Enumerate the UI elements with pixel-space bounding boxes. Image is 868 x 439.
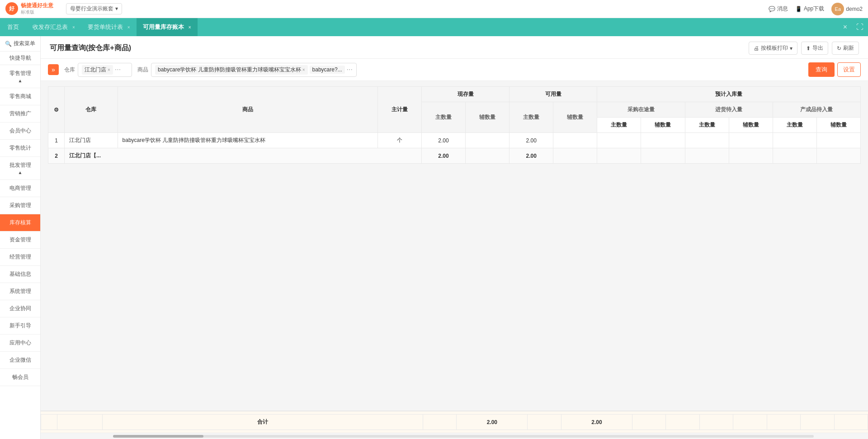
product-more-icon[interactable]: ··· bbox=[347, 66, 353, 74]
th-gp-aux: 辅数量 bbox=[729, 118, 773, 133]
top-bar-right: 💬 消息 📱 App下载 Ea demo2 bbox=[769, 3, 863, 15]
th-planned-in: 预计入库量 bbox=[597, 87, 861, 102]
footer-avail-main: 2.00 bbox=[561, 415, 632, 430]
group-avail-main: 2.00 bbox=[509, 148, 553, 164]
table-row: 1 江北门店 babycare学饮杯 儿童防摔防撞吸管杯重力球吸嘴杯宝宝水杯 个… bbox=[48, 133, 861, 148]
sidebar-nav-label: 快捷导航 bbox=[9, 55, 31, 61]
refresh-icon: ↻ bbox=[837, 45, 841, 52]
footer-empty1 bbox=[41, 415, 57, 430]
seq-cell: 1 bbox=[48, 133, 65, 148]
th-gp-main: 主数量 bbox=[685, 118, 729, 133]
sidebar-item-label: 会员中心 bbox=[9, 127, 31, 135]
user-menu[interactable]: Ea demo2 bbox=[831, 3, 863, 15]
group-avail-aux bbox=[553, 148, 597, 164]
tab-yaohuo-label: 要货单统计表 bbox=[88, 23, 123, 31]
sidebar-item-label: 企业协同 bbox=[9, 305, 31, 312]
stock-main-cell: 2.00 bbox=[421, 133, 465, 148]
export-icon: ⬆ bbox=[806, 45, 811, 52]
sidebar-item-enterprise[interactable]: 企业协同 bbox=[0, 300, 40, 317]
sidebar-search[interactable]: 🔍 搜索菜单 bbox=[0, 36, 40, 52]
group-seq: 2 bbox=[48, 148, 65, 164]
sidebar-item-app-center[interactable]: 应用中心 bbox=[0, 335, 40, 352]
group-stock-aux bbox=[466, 148, 509, 164]
refresh-button[interactable]: ↻ 刷新 bbox=[832, 42, 859, 55]
sidebar-item-basic-info[interactable]: 基础信息 bbox=[0, 266, 40, 283]
download-button[interactable]: 📱 App下载 bbox=[795, 5, 824, 13]
sidebar-item-purchase[interactable]: 采购管理 bbox=[0, 197, 40, 214]
expand-icon[interactable]: ⛶ bbox=[852, 23, 868, 31]
sidebar-item-retail-stats[interactable]: 零售统计 bbox=[0, 140, 40, 157]
tab-home[interactable]: 首页 bbox=[0, 18, 26, 36]
group-gp-aux bbox=[729, 148, 773, 164]
pt-main-cell bbox=[597, 133, 641, 148]
sidebar-item-label: 库存核算 bbox=[9, 219, 31, 227]
sidebar: 🔍 搜索菜单 快捷导航 零售管理 ▲ 零售商城 营销推广 会员中心 零售统计 批… bbox=[0, 36, 41, 439]
filter-toggle[interactable]: » bbox=[48, 64, 59, 75]
tab-keyongliang[interactable]: 可用量库存账本 × bbox=[137, 18, 198, 36]
print-button[interactable]: 🖨 按模板打印 ▾ bbox=[749, 42, 797, 55]
product-input[interactable]: babycare学饮杯 儿童防摔防撞吸管杯重力球吸嘴杯宝宝水杯 × babyca… bbox=[151, 63, 357, 77]
setting-button[interactable]: 设置 bbox=[837, 62, 861, 77]
export-button[interactable]: ⬆ 导出 bbox=[801, 42, 828, 55]
th-unit: 主计量 bbox=[377, 87, 421, 133]
product-filter-group: 商品 babycare学饮杯 儿童防摔防撞吸管杯重力球吸嘴杯宝宝水杯 × bab… bbox=[137, 63, 357, 77]
product-tag-1-remove[interactable]: × bbox=[302, 67, 305, 72]
th-stock-main: 主数量 bbox=[421, 102, 465, 133]
footer-pt-aux bbox=[699, 415, 733, 430]
sidebar-item-system[interactable]: 系统管理 bbox=[0, 283, 40, 300]
query-button[interactable]: 查询 bbox=[808, 62, 835, 77]
sidebar-item-label: 新手引导 bbox=[9, 322, 31, 330]
warehouse-filter-group: 仓库 江北门店 × ··· bbox=[64, 63, 132, 77]
print-arrow: ▾ bbox=[790, 45, 793, 52]
sidebar-quicknav[interactable]: 快捷导航 bbox=[0, 52, 40, 65]
logo-text-block: 畅捷通好生意 标准版 bbox=[21, 2, 53, 15]
sidebar-item-marketing[interactable]: 营销推广 bbox=[0, 105, 40, 123]
message-button[interactable]: 💬 消息 bbox=[769, 5, 788, 13]
sidebar-item-retail-mgmt[interactable]: 零售管理 ▲ bbox=[0, 65, 40, 88]
content-area: 可用量查询(按仓库+商品) 🖨 按模板打印 ▾ ⬆ 导出 ↻ 刷新 bbox=[41, 36, 868, 439]
tab-shoufa[interactable]: 收发存汇总表 × bbox=[26, 18, 81, 36]
sidebar-item-label: 零售管理 bbox=[9, 70, 31, 77]
warehouse-input[interactable]: 江北门店 × ··· bbox=[78, 63, 132, 77]
tab-keyongliang-close[interactable]: × bbox=[189, 25, 191, 30]
sidebar-item-inventory[interactable]: 库存核算 bbox=[0, 214, 40, 231]
tab-yaohuo[interactable]: 要货单统计表 × bbox=[81, 18, 137, 36]
sidebar-item-operation[interactable]: 经营管理 bbox=[0, 249, 40, 266]
warehouse-tag-value: 江北门店 bbox=[85, 66, 106, 74]
sidebar-item-member2[interactable]: 畅会员 bbox=[0, 369, 40, 386]
scroll-bar-area bbox=[41, 433, 868, 439]
sidebar-item-ecommerce[interactable]: 电商管理 bbox=[0, 180, 40, 197]
sidebar-item-retail-mall[interactable]: 零售商城 bbox=[0, 88, 40, 105]
tenant-selector[interactable]: 母婴行业演示账套 ▾ bbox=[66, 3, 122, 14]
main-layout: 🔍 搜索菜单 快捷导航 零售管理 ▲ 零售商城 营销推广 会员中心 零售统计 批… bbox=[0, 36, 868, 439]
group-fp-aux bbox=[816, 148, 860, 164]
sidebar-item-wholesale[interactable]: 批发管理 ▲ bbox=[0, 157, 40, 180]
sidebar-item-finance[interactable]: 资金管理 bbox=[0, 231, 40, 249]
th-stock-aux: 辅数量 bbox=[466, 102, 509, 133]
avatar-initials: Ea bbox=[835, 6, 841, 12]
sidebar-item-member[interactable]: 会员中心 bbox=[0, 123, 40, 140]
page-actions: 🖨 按模板打印 ▾ ⬆ 导出 ↻ 刷新 bbox=[749, 42, 859, 55]
th-warehouse: 仓库 bbox=[65, 87, 118, 133]
group-label: 江北门店【... bbox=[65, 148, 422, 164]
th-pt-main: 主数量 bbox=[597, 118, 641, 133]
print-icon: 🖨 bbox=[754, 45, 759, 52]
tab-shoufa-close[interactable]: × bbox=[72, 25, 75, 30]
sidebar-item-newbie[interactable]: 新手引导 bbox=[0, 317, 40, 335]
download-label: App下载 bbox=[804, 5, 824, 13]
th-purchase-transit: 采购在途量 bbox=[597, 102, 685, 118]
sidebar-item-label: 畅会员 bbox=[12, 373, 28, 381]
warehouse-more-icon[interactable]: ··· bbox=[115, 66, 121, 74]
fp-main-cell bbox=[773, 133, 816, 148]
tab-yaohuo-close[interactable]: × bbox=[127, 25, 130, 30]
nav-tabs: 首页 收发存汇总表 × 要货单统计表 × 可用量库存账本 × × ⛶ bbox=[0, 18, 868, 36]
footer-label: 合计 bbox=[103, 415, 423, 430]
sidebar-item-label: 资金管理 bbox=[9, 236, 31, 244]
close-all-tabs[interactable]: × bbox=[839, 23, 852, 31]
refresh-label: 刷新 bbox=[843, 44, 854, 52]
warehouse-cell: 江北门店 bbox=[65, 133, 118, 148]
sidebar-item-wechat[interactable]: 企业微信 bbox=[0, 352, 40, 369]
scroll-thumb[interactable] bbox=[113, 435, 203, 438]
scroll-track[interactable] bbox=[113, 435, 814, 438]
warehouse-tag-remove[interactable]: × bbox=[108, 67, 110, 72]
